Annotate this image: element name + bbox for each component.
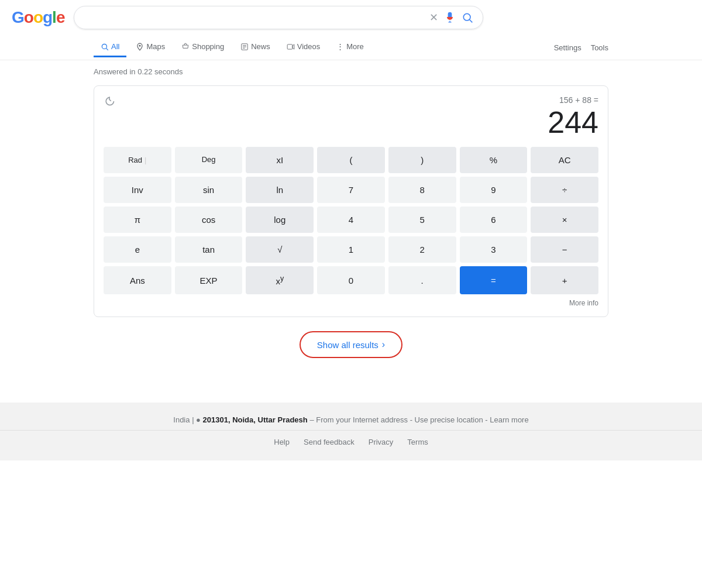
search-bar: 156+88 ✕: [74, 6, 483, 29]
calc-btn-cos[interactable]: cos: [175, 207, 243, 233]
calc-btn-log[interactable]: log: [246, 207, 314, 233]
history-button[interactable]: [104, 95, 115, 107]
logo-letter-o1: o: [24, 8, 33, 27]
nav-news-icon: [240, 43, 249, 51]
svg-rect-9: [287, 44, 292, 49]
svg-line-3: [106, 48, 108, 50]
settings-link[interactable]: Settings: [554, 43, 581, 52]
calc-btn-6[interactable]: 6: [460, 207, 528, 233]
calc-btn-1[interactable]: 1: [317, 236, 385, 263]
footer-location-suffix: – From your Internet address - Use preci…: [309, 415, 528, 424]
nav-item-maps[interactable]: Maps: [129, 37, 172, 57]
more-dots-icon: ⋮: [336, 42, 344, 51]
nav-search-icon: [101, 43, 109, 51]
chevron-right-icon: ›: [382, 339, 385, 350]
nav-maps-icon: [136, 43, 144, 51]
rad-btn[interactable]: Rad |: [104, 147, 171, 173]
show-all-label: Show all results: [317, 340, 378, 350]
calc-expr-text: 156 + 88 =: [548, 95, 598, 105]
footer-terms-link[interactable]: Terms: [407, 438, 428, 446]
footer-location: India | ● 201301, Noida, Uttar Pradesh –…: [0, 410, 702, 431]
mic-button[interactable]: [444, 12, 456, 23]
calc-btn-2[interactable]: 2: [388, 236, 456, 263]
calc-btn-multiply[interactable]: ×: [531, 207, 598, 233]
calc-btn-5[interactable]: 5: [388, 207, 456, 233]
nav-right: Settings Tools: [554, 43, 608, 52]
mic-icon: [444, 12, 456, 23]
calc-btn-sqrt[interactable]: √: [246, 236, 314, 263]
history-icon: [104, 95, 115, 107]
calc-btn-subtract[interactable]: −: [531, 236, 598, 263]
logo-letter-e: e: [56, 8, 65, 27]
calc-btn-8[interactable]: 8: [388, 177, 456, 203]
clear-icon: ✕: [429, 11, 438, 24]
calc-btn-percent[interactable]: %: [460, 147, 528, 173]
calc-btn-equals[interactable]: =: [460, 266, 528, 294]
footer: India | ● 201301, Noida, Uttar Pradesh –…: [0, 403, 702, 460]
search-icons: ✕: [429, 11, 473, 24]
nav-item-shopping[interactable]: Shopping: [174, 37, 231, 57]
calculator-card: 156 + 88 = 244 Rad | Deg xI ( ) % AC Inv…: [94, 85, 608, 317]
nav: All Maps Shopping News Videos ⋮ More: [0, 35, 702, 60]
footer-location-detail: 201301, Noida, Uttar Pradesh: [203, 415, 308, 424]
calc-btn-ans[interactable]: Ans: [104, 266, 171, 294]
clear-button[interactable]: ✕: [429, 11, 438, 24]
calc-result: 244: [548, 105, 598, 140]
svg-point-4: [139, 44, 141, 46]
logo-letter-g: G: [12, 8, 24, 27]
search-input[interactable]: 156+88: [84, 12, 425, 23]
footer-privacy-link[interactable]: Privacy: [369, 438, 394, 446]
calc-btn-ln[interactable]: ln: [246, 177, 314, 203]
calc-btn-xi[interactable]: xI: [246, 147, 314, 173]
calc-btn-9[interactable]: 9: [460, 177, 528, 203]
calc-btn-tan[interactable]: tan: [175, 236, 243, 263]
logo-letter-l: l: [52, 8, 56, 27]
show-all-container: Show all results ›: [94, 331, 608, 358]
svg-point-2: [102, 44, 106, 49]
calc-expression: 156 + 88 = 244: [548, 95, 598, 140]
calc-btn-ac[interactable]: AC: [531, 147, 598, 173]
calc-header: 156 + 88 = 244: [104, 95, 598, 140]
calc-btn-4[interactable]: 4: [317, 207, 385, 233]
nav-videos-icon: [287, 43, 295, 51]
calc-btn-add[interactable]: +: [531, 266, 598, 294]
calc-grid: Rad | Deg xI ( ) % AC Inv sin ln 7 8 9 ÷…: [104, 147, 598, 294]
tools-link[interactable]: Tools: [591, 43, 608, 52]
more-info[interactable]: More info: [104, 299, 598, 307]
nav-item-all[interactable]: All: [94, 37, 126, 57]
logo-letter-o2: o: [33, 8, 43, 27]
calc-btn-dot[interactable]: .: [388, 266, 456, 294]
main-content: Answered in 0.22 seconds 156 + 88 = 244 …: [0, 60, 702, 379]
footer-location-name: India: [173, 415, 190, 424]
answered-text: Answered in 0.22 seconds: [94, 67, 608, 76]
calc-btn-close-paren[interactable]: ): [388, 147, 456, 173]
calc-btn-inv[interactable]: Inv: [104, 177, 171, 203]
calc-btn-divide[interactable]: ÷: [531, 177, 598, 203]
logo-letter-g2: g: [43, 8, 52, 27]
show-all-button[interactable]: Show all results ›: [300, 331, 402, 358]
calc-btn-exp[interactable]: EXP: [175, 266, 243, 294]
footer-links: Help Send feedback Privacy Terms: [0, 431, 702, 453]
calc-btn-sin[interactable]: sin: [175, 177, 243, 203]
calc-btn-3[interactable]: 3: [460, 236, 528, 263]
calc-btn-7[interactable]: 7: [317, 177, 385, 203]
google-logo: G o o g l e: [12, 8, 64, 27]
calc-btn-0[interactable]: 0: [317, 266, 385, 294]
footer-send-feedback-link[interactable]: Send feedback: [304, 438, 355, 446]
nav-shopping-icon: [181, 43, 190, 51]
calc-btn-pi[interactable]: π: [104, 207, 171, 233]
footer-location-separator: | ●: [192, 415, 202, 424]
nav-item-videos[interactable]: Videos: [280, 37, 328, 57]
calc-btn-e[interactable]: e: [104, 236, 171, 263]
search-button[interactable]: [462, 12, 473, 23]
svg-point-0: [464, 13, 471, 20]
calc-btn-open-paren[interactable]: (: [317, 147, 385, 173]
calc-btn-xy[interactable]: xy: [246, 266, 314, 294]
footer-help-link[interactable]: Help: [274, 438, 290, 446]
deg-btn[interactable]: Deg: [175, 147, 243, 173]
nav-item-news[interactable]: News: [233, 37, 277, 57]
nav-item-more[interactable]: ⋮ More: [329, 37, 371, 57]
header: G o o g l e 156+88 ✕: [0, 0, 702, 35]
svg-line-1: [470, 20, 473, 23]
search-icon: [462, 12, 473, 23]
